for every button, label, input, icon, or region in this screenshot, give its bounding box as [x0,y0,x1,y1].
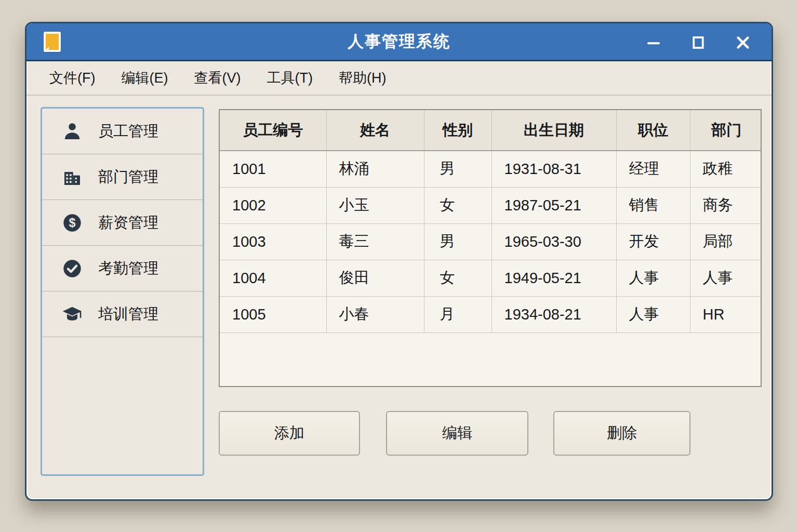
cell-employee-id: 1001 [220,151,326,187]
main-area: 员工管理 部门管理 [26,96,772,500]
cell-employee-id: 1002 [220,187,326,223]
cell-position: 开发 [616,223,690,260]
edit-button[interactable]: 编辑 [386,411,528,456]
title-bar: 人事管理系统 [26,23,772,61]
table-row[interactable]: 1003 毒三 男 1965-03-30 开发 局部 [220,223,762,260]
sidebar-item-label: 培训管理 [98,304,158,325]
column-header-birthdate: 出生日期 [491,110,616,151]
column-header-employee-id: 员工编号 [220,110,326,151]
add-button[interactable]: 添加 [219,411,360,456]
delete-button[interactable]: 删除 [553,411,690,456]
cell-gender: 月 [424,296,491,332]
maximize-icon [690,35,706,50]
sidebar-item-employees[interactable]: 员工管理 [42,109,203,154]
menu-tools[interactable]: 工具(T) [265,66,313,89]
check-circle-icon [62,258,83,279]
sidebar-item-label: 员工管理 [98,121,158,142]
maximize-button[interactable] [689,34,707,51]
cell-employee-id: 1005 [220,296,326,332]
cell-position: 销售 [616,187,690,223]
table-row[interactable]: 1005 小春 月 1934-08-21 人事 HR [220,296,762,332]
cell-birthdate: 1965-03-30 [491,223,616,260]
window-controls [645,23,752,61]
cell-employee-id: 1003 [220,223,326,260]
column-header-gender: 性别 [424,110,491,151]
cell-employee-id: 1004 [220,260,326,296]
cell-department: HR [690,296,762,332]
table-row[interactable]: 1002 小玉 女 1987-05-21 销售 商务 [220,187,762,223]
sidebar-item-label: 考勤管理 [98,258,158,279]
cell-department: 政稚 [690,151,762,187]
menu-file[interactable]: 文件(F) [48,66,96,89]
graduation-cap-icon [62,304,83,325]
cell-position: 人事 [616,260,690,296]
svg-text:$: $ [69,216,76,230]
sidebar-item-label: 部门管理 [98,167,158,188]
action-bar: 添加 编辑 删除 [219,411,762,456]
cell-name: 小玉 [326,187,424,223]
cell-name: 小春 [326,296,424,332]
sidebar-item-payroll[interactable]: $ 薪资管理 [42,200,203,246]
column-header-name: 姓名 [326,110,424,151]
cell-name: 林涌 [326,151,424,187]
app-window: 人事管理系统 文件(F) 编辑(E) 查看(V) [25,22,773,501]
menu-edit[interactable]: 编辑(E) [120,66,169,89]
close-button[interactable] [734,34,752,51]
minimize-button[interactable] [645,34,662,51]
cell-gender: 男 [424,151,491,187]
user-icon [62,121,83,142]
table-row[interactable]: 1004 俊田 女 1949-05-21 人事 人事 [220,260,762,296]
cell-gender: 男 [424,223,491,260]
dollar-icon: $ [62,212,83,233]
building-icon [62,167,83,188]
sidebar-item-departments[interactable]: 部门管理 [42,154,203,200]
cell-birthdate: 1934-08-21 [491,296,616,332]
sidebar-item-label: 薪资管理 [98,212,158,233]
menu-help[interactable]: 帮助(H) [338,66,387,89]
table-header-row: 员工编号 姓名 性别 出生日期 职位 部门 [220,110,762,151]
sidebar-item-training[interactable]: 培训管理 [42,291,203,337]
cell-department: 人事 [690,260,762,296]
menu-view[interactable]: 查看(V) [193,66,242,89]
table-row[interactable]: 1001 林涌 男 1931-08-31 经理 政稚 [220,151,762,187]
cell-position: 经理 [616,151,690,187]
close-icon [735,34,751,51]
sidebar: 员工管理 部门管理 [41,107,204,476]
cell-birthdate: 1987-05-21 [491,187,616,223]
column-header-position: 职位 [616,110,690,151]
cell-birthdate: 1931-08-31 [491,151,616,187]
cell-position: 人事 [616,296,690,332]
column-header-department: 部门 [690,110,762,151]
cell-department: 局部 [690,223,762,260]
cell-name: 俊田 [326,260,424,296]
menu-bar: 文件(F) 编辑(E) 查看(V) 工具(T) 帮助(H) [26,61,772,96]
cell-name: 毒三 [326,223,424,260]
cell-gender: 女 [424,187,491,223]
cell-department: 商务 [690,187,762,223]
employee-table: 员工编号 姓名 性别 出生日期 职位 部门 1001 林涌 男 1931-08-… [219,109,762,387]
minimize-icon [646,35,661,50]
cell-birthdate: 1949-05-21 [491,260,616,296]
cell-gender: 女 [424,260,491,296]
sidebar-item-attendance[interactable]: 考勤管理 [42,246,203,291]
